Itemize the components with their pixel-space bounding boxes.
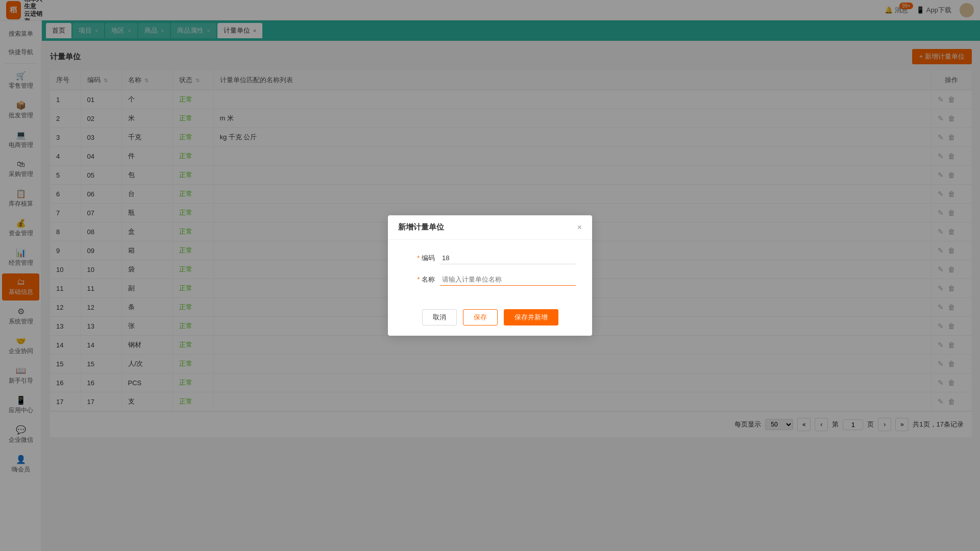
add-unit-dialog: 新增计量单位 × * 编码 * 名称 取消 保存 保存并新增	[388, 215, 592, 336]
form-row-name: * 名称	[404, 273, 576, 286]
save-and-new-button[interactable]: 保存并新增	[504, 309, 558, 325]
modal-overlay: 新增计量单位 × * 编码 * 名称 取消 保存 保存并新增	[0, 0, 980, 551]
dialog-title: 新增计量单位	[398, 222, 444, 232]
name-input[interactable]	[440, 273, 576, 286]
dialog-close-button[interactable]: ×	[577, 223, 582, 232]
dialog-header: 新增计量单位 ×	[388, 215, 592, 240]
form-label-code: * 编码	[404, 254, 435, 263]
code-input[interactable]	[440, 252, 576, 264]
required-mark-name: *	[417, 276, 420, 283]
save-button[interactable]: 保存	[463, 309, 498, 325]
form-row-code: * 编码	[404, 252, 576, 264]
form-label-name: * 名称	[404, 275, 435, 284]
cancel-button[interactable]: 取消	[422, 309, 457, 325]
required-mark-code: *	[417, 254, 420, 262]
dialog-footer: 取消 保存 保存并新增	[388, 303, 592, 336]
dialog-body: * 编码 * 名称	[388, 240, 592, 303]
